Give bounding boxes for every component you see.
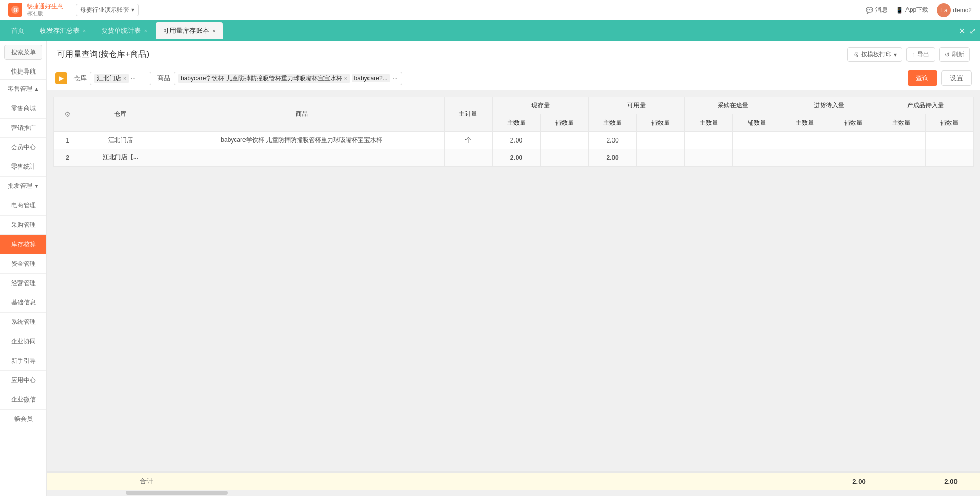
sidebar-new-guide-label: 新手引导 <box>11 357 36 365</box>
sidebar-item-enterprise[interactable]: 企业协同 <box>0 332 46 351</box>
filter-actions: 查询 设置 <box>908 70 972 86</box>
app-download-action[interactable]: 📱 App下载 <box>896 6 928 14</box>
header-left: 好 畅捷通好生意 标准版 母婴行业演示账套 ▾ <box>8 3 139 17</box>
sidebar-enterprise-label: 企业协同 <box>11 337 36 346</box>
refresh-button[interactable]: ↺ 刷新 <box>939 47 970 62</box>
data-table: ⚙ 仓库 商品 主计量 现存量 可用量 采购在途量 进货待入量 产成品待入量 主… <box>53 97 974 167</box>
logo-icon: 好 <box>8 3 22 17</box>
chevron-down-icon: ▾ <box>131 6 134 13</box>
sidebar-item-member-center[interactable]: 会员中心 <box>0 138 46 157</box>
app-icon: 📱 <box>896 7 903 14</box>
sidebar: 搜索菜单 快捷导航 零售管理 ▲ 零售商城 营销推广 会员中心 零售统计 批发管… <box>0 41 47 496</box>
chevron-down-icon: ▾ <box>894 51 897 58</box>
col-warehouse-header: 仓库 <box>82 97 159 132</box>
tab-receive-summary-close[interactable]: × <box>83 28 86 34</box>
scroll-thumb[interactable] <box>126 491 228 495</box>
sidebar-item-retail-stats[interactable]: 零售统计 <box>0 157 46 177</box>
product-tag-1-close[interactable]: × <box>344 76 347 81</box>
warehouse-more-icon[interactable]: ··· <box>131 75 136 82</box>
sidebar-system-mgmt-label: 系统管理 <box>11 318 36 326</box>
tab-bar: 首页 收发存汇总表 × 要货单统计表 × 可用量库存账本 × ✕ ⤢ <box>0 20 980 41</box>
message-icon: 💬 <box>866 7 873 14</box>
col-available-aux-qty: 辅数量 <box>636 114 684 132</box>
industry-selector[interactable]: 母婴行业演示账套 ▾ <box>76 4 139 16</box>
col-product-header: 商品 <box>159 97 444 132</box>
col-main-unit-header: 主计量 <box>444 97 492 132</box>
sidebar-item-retail-mall[interactable]: 零售商城 <box>0 99 46 119</box>
sidebar-item-system-mgmt[interactable]: 系统管理 <box>0 313 46 332</box>
cell-pending-main <box>781 132 829 149</box>
print-button[interactable]: 🖨 按模板打印 ▾ <box>847 47 902 62</box>
settings-gear-icon[interactable]: ⚙ <box>64 110 71 119</box>
brand-name: 畅捷通好生意 <box>27 3 63 10</box>
sidebar-retail-mgmt-label: 零售管理 <box>8 85 32 93</box>
sidebar-item-finance[interactable]: 资金管理 <box>0 254 46 274</box>
product-input[interactable]: babycare学饮杯 儿童防摔防撞吸管杯重力球吸嘴杯宝宝水杯 × babyca… <box>174 72 402 85</box>
tab-order-stats-close[interactable]: × <box>144 28 147 34</box>
sidebar-item-ecommerce[interactable]: 电商管理 <box>0 196 46 216</box>
cell-stock-main: 2.00 <box>492 149 540 167</box>
tab-available-stock-close[interactable]: × <box>212 28 215 34</box>
sidebar-wholesale-mgmt-label: 批发管理 <box>8 182 32 191</box>
product-more-icon[interactable]: ··· <box>393 75 398 82</box>
username: demo2 <box>953 7 972 14</box>
sidebar-item-retail-mgmt[interactable]: 零售管理 ▲ <box>0 80 46 99</box>
sidebar-item-member[interactable]: 畅会员 <box>0 410 46 429</box>
col-stock-main-qty: 主数量 <box>492 114 540 132</box>
user-action[interactable]: Ea demo2 <box>937 3 972 17</box>
cell-production-aux <box>925 132 973 149</box>
settings-button[interactable]: 设置 <box>941 70 972 86</box>
sidebar-item-operations[interactable]: 经营管理 <box>0 274 46 293</box>
cell-main-unit <box>444 149 492 167</box>
warehouse-input[interactable]: 江北门店 × ··· <box>90 72 151 85</box>
filter-toggle-button[interactable]: ▶ <box>55 72 67 84</box>
industry-label: 母婴行业演示账套 <box>80 6 129 14</box>
sidebar-item-enterprise-wechat[interactable]: 企业微信 <box>0 390 46 410</box>
tab-home[interactable]: 首页 <box>4 22 32 39</box>
col-available-qty-header: 可用量 <box>589 97 685 114</box>
cell-pending-aux <box>829 132 877 149</box>
export-button[interactable]: ↑ 导出 <box>906 47 935 62</box>
tab-available-stock[interactable]: 可用量库存账本 × <box>156 22 223 39</box>
sidebar-item-marketing[interactable]: 营销推广 <box>0 119 46 138</box>
sidebar-item-purchase[interactable]: 采购管理 <box>0 216 46 235</box>
fullscreen-button[interactable]: ⤢ <box>969 26 976 36</box>
filter-area: ▶ 仓库 江北门店 × ··· 商品 babycare学饮杯 儿童防摔防撞吸管杯… <box>47 66 980 90</box>
sidebar-inventory-label: 库存核算 <box>11 240 36 249</box>
col-production-main-qty: 主数量 <box>877 114 925 132</box>
horizontal-scrollbar[interactable] <box>47 490 980 496</box>
sidebar-item-wholesale-mgmt[interactable]: 批发管理 ▼ <box>0 177 46 196</box>
col-settings: ⚙ <box>54 97 82 132</box>
tab-order-stats[interactable]: 要货单统计表 × <box>94 22 154 39</box>
tab-order-stats-label: 要货单统计表 <box>101 26 141 35</box>
close-all-tabs-button[interactable]: ✕ <box>959 26 965 36</box>
svg-text:好: 好 <box>13 8 18 13</box>
content-area: 可用量查询(按仓库+商品) 🖨 按模板打印 ▾ ↑ 导出 ↺ 刷新 <box>47 41 980 496</box>
header-right: 💬 消息 📱 App下载 Ea demo2 <box>866 3 972 17</box>
sidebar-item-inventory[interactable]: 库存核算 <box>0 235 46 254</box>
cell-warehouse: 江北门店【... <box>82 149 159 167</box>
cell-product: babycare学饮杯 儿童防摔防撞吸管杯重力球吸嘴杯宝宝水杯 <box>159 132 444 149</box>
refresh-label: 刷新 <box>952 50 964 59</box>
cell-index: 2 <box>54 149 82 167</box>
top-header: 好 畅捷通好生意 标准版 母婴行业演示账套 ▾ 💬 消息 📱 App下载 Ea … <box>0 0 980 20</box>
query-button[interactable]: 查询 <box>908 70 937 86</box>
footer-available-main: 2.00 <box>928 478 974 485</box>
chevron-down-icon: ▼ <box>34 183 39 189</box>
col-pending-main-qty: 主数量 <box>781 114 829 132</box>
sidebar-item-basic-info[interactable]: 基础信息 <box>0 293 46 313</box>
col-purchase-in-transit-header: 采购在途量 <box>685 97 781 114</box>
sidebar-item-new-guide[interactable]: 新手引导 <box>0 351 46 371</box>
warehouse-label: 仓库 <box>74 74 87 83</box>
search-menu-button[interactable]: 搜索菜单 <box>4 45 42 60</box>
warehouse-tag-close[interactable]: × <box>123 76 126 81</box>
cell-warehouse: 江北门店 <box>82 132 159 149</box>
sidebar-ecommerce-label: 电商管理 <box>11 201 36 210</box>
tab-receive-summary[interactable]: 收发存汇总表 × <box>33 22 93 39</box>
message-action[interactable]: 💬 消息 <box>866 6 888 14</box>
quick-nav-button[interactable]: 快捷导航 <box>0 64 46 80</box>
sidebar-item-app-center[interactable]: 应用中心 <box>0 371 46 390</box>
sidebar-retail-mall-label: 零售商城 <box>11 104 36 113</box>
sidebar-member-label: 畅会员 <box>14 415 33 423</box>
col-production-aux-qty: 辅数量 <box>925 114 973 132</box>
